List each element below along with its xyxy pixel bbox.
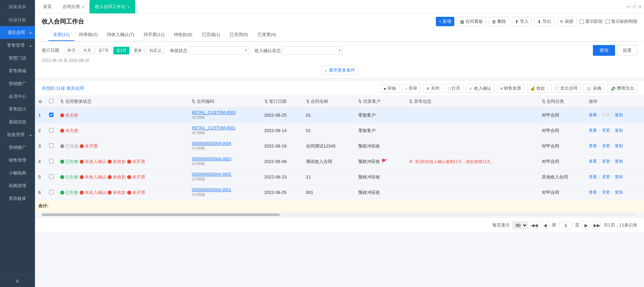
row-select-checkbox[interactable] bbox=[49, 190, 53, 194]
sub-tab-completed[interactable]: 已完成(1) bbox=[197, 29, 225, 41]
action-open-button[interactable]: □ 打开 bbox=[445, 84, 464, 93]
refresh-button[interactable]: ↻ 刷新 bbox=[557, 17, 577, 26]
date-btn-1month[interactable]: 近1月 bbox=[113, 47, 130, 54]
sort-icon[interactable]: ⇅ bbox=[306, 99, 310, 104]
tab-contract-category[interactable]: 合同分类 × bbox=[57, 0, 89, 13]
row-select-checkbox[interactable] bbox=[49, 159, 53, 163]
col-checkbox[interactable] bbox=[46, 96, 57, 108]
scroll-thumb[interactable] bbox=[42, 213, 280, 216]
last-page-button[interactable]: ▶▶ bbox=[593, 221, 601, 229]
sidebar-item-sales-mgmt[interactable]: 销售管理 bbox=[0, 154, 35, 167]
delete-button[interactable]: 🗑 删除 bbox=[489, 17, 509, 26]
sidebar-settings[interactable]: ⚙ bbox=[0, 275, 35, 287]
sort-icon[interactable]: ⇅ bbox=[542, 99, 545, 104]
row-checkbox[interactable] bbox=[46, 154, 57, 169]
new-button[interactable]: + 新增 bbox=[436, 17, 454, 26]
row-select-checkbox[interactable] bbox=[49, 174, 53, 179]
sidebar-item-project[interactable]: 项目合同 ▶ bbox=[0, 26, 35, 39]
op-view-btn[interactable]: 查看 bbox=[589, 128, 597, 133]
sidebar-item-retail-mall[interactable]: 零售商城 bbox=[0, 65, 35, 77]
op-change-btn[interactable]: 变更 bbox=[602, 159, 610, 164]
row-select-checkbox[interactable] bbox=[49, 113, 53, 117]
first-page-button[interactable]: ◀◀ bbox=[530, 221, 538, 229]
maximize-button[interactable]: □ bbox=[634, 4, 636, 9]
sidebar-item-purchase-mgmt[interactable]: 采购管理 bbox=[0, 179, 35, 192]
row-checkbox[interactable] bbox=[46, 138, 57, 154]
minimize-button[interactable]: — bbox=[627, 4, 631, 9]
row-checkbox[interactable] bbox=[46, 123, 57, 138]
contract-code-link[interactable]: RETAIL_CUSTOM-0001 bbox=[192, 126, 257, 130]
show-detail-checkbox[interactable] bbox=[605, 19, 610, 24]
col-settings-icon[interactable]: ⚙ bbox=[35, 96, 46, 108]
op-view-btn[interactable]: 查看 bbox=[589, 190, 597, 195]
row-select-checkbox[interactable] bbox=[49, 144, 53, 148]
prev-page-button[interactable]: ◀ bbox=[541, 221, 549, 229]
import-button[interactable]: ⬆ 导入 bbox=[512, 17, 532, 26]
sub-tab-changed[interactable]: 已变更(4) bbox=[253, 29, 281, 41]
sidebar-nav[interactable]: 快捷导航 bbox=[0, 14, 35, 26]
close-button[interactable]: × bbox=[639, 4, 641, 9]
tab-contract-category-close[interactable]: × bbox=[82, 0, 84, 13]
op-copy-btn[interactable]: 复制 bbox=[615, 113, 623, 117]
op-change-btn[interactable]: 变更 bbox=[602, 174, 610, 179]
doc-status-select[interactable] bbox=[189, 46, 249, 55]
contract-code-link[interactable]: RETAIL_CUSTOM-0003 bbox=[192, 110, 257, 115]
row-checkbox[interactable] bbox=[46, 169, 57, 185]
action-sales-invoice-button[interactable]: ≡ 销售发票 bbox=[497, 84, 524, 93]
page-number-input[interactable] bbox=[559, 222, 572, 229]
expand-filter-button[interactable]: ⌄ 展开更多条件 bbox=[321, 66, 358, 75]
sidebar-item-stock[interactable]: 库存核算 bbox=[0, 192, 35, 205]
op-view-btn[interactable]: 查看 bbox=[589, 144, 597, 148]
sort-icon[interactable]: ⇅ bbox=[409, 99, 413, 104]
sub-tab-pending-receipt[interactable]: 待收款(8) bbox=[169, 29, 197, 41]
date-btn-more[interactable]: 更多 bbox=[131, 47, 145, 54]
contract-code-link[interactable]: 0000000000004-0001 bbox=[192, 188, 257, 192]
sidebar-item-member[interactable]: 会员中心 bbox=[0, 90, 35, 103]
sub-tab-pending-income-confirm[interactable]: 待收入确认(7) bbox=[102, 29, 139, 41]
sort-icon[interactable]: ⇅ bbox=[358, 99, 362, 104]
sidebar-search[interactable]: 搜索菜单 bbox=[0, 0, 35, 14]
next-page-button[interactable]: ▶ bbox=[582, 221, 590, 229]
action-income-confirm-button[interactable]: ✓ 收入确认 bbox=[466, 84, 494, 93]
sidebar-item-marketing2[interactable]: 营销推广 bbox=[0, 141, 35, 154]
contract-code-link[interactable]: 0000000000004-0003 bbox=[192, 157, 257, 161]
show-segment-checkbox-label[interactable]: 显示阶段 bbox=[579, 18, 603, 25]
date-btn-custom[interactable]: 自定义 bbox=[146, 47, 164, 54]
op-copy-btn[interactable]: 复制 bbox=[615, 174, 623, 179]
sub-tab-all[interactable]: 全部(11) bbox=[48, 29, 74, 41]
op-change-btn[interactable]: 变更 bbox=[602, 190, 610, 195]
action-receipt-button[interactable]: 💰 收款 bbox=[527, 84, 548, 93]
select-all-checkbox[interactable] bbox=[49, 99, 53, 103]
sort-icon[interactable]: ⇅ bbox=[264, 99, 268, 104]
horizontal-scrollbar[interactable] bbox=[42, 213, 637, 216]
sidebar-item-retail-mgmt[interactable]: 零售管理 ▲ bbox=[0, 39, 35, 52]
op-copy-btn[interactable]: 复制 bbox=[615, 159, 623, 164]
per-page-select[interactable]: 50 bbox=[513, 221, 528, 229]
contract-code-link[interactable]: 0000000000004-0004 bbox=[192, 141, 257, 146]
op-copy-btn[interactable]: 复制 bbox=[615, 128, 623, 133]
row-checkbox[interactable] bbox=[46, 108, 57, 123]
sidebar-item-basic-info[interactable]: 基础信息 bbox=[0, 116, 35, 128]
sidebar-item-smart-store[interactable]: 智慧门店 bbox=[0, 52, 35, 65]
op-copy-btn[interactable]: 复制 bbox=[615, 144, 623, 148]
action-review-button[interactable]: ● 审核 bbox=[381, 84, 399, 93]
show-segment-checkbox[interactable] bbox=[579, 19, 584, 24]
date-btn-yesterday[interactable]: 昨天 bbox=[65, 47, 79, 54]
sub-tab-closed[interactable]: 已关闭(0) bbox=[225, 29, 253, 41]
contract-panel-button[interactable]: ▦ 合同看板 bbox=[457, 17, 486, 26]
op-view-btn[interactable]: 查看 bbox=[589, 113, 597, 117]
setting-button[interactable]: 设置 bbox=[617, 45, 637, 56]
op-change-btn[interactable]: 变更 bbox=[602, 113, 610, 117]
sidebar-item-xiaochang[interactable]: 小畅电商 bbox=[0, 167, 35, 179]
table-scroll-area[interactable]: ⚙ ⇅ 合同整体状态 ⇅ 合同编码 ⇅ 签订日期 bbox=[35, 96, 644, 212]
sub-tab-pending-review[interactable]: 待审核(2) bbox=[74, 29, 102, 41]
action-close-button[interactable]: ✕ 关闭 bbox=[423, 84, 443, 93]
tab-income-workbench[interactable]: 收入合同工作台 × bbox=[89, 0, 135, 13]
sidebar-item-marketing[interactable]: 营销推广 bbox=[0, 77, 35, 90]
sub-tab-pending-invoice[interactable]: 待开票(11) bbox=[139, 29, 169, 41]
action-purchase-button[interactable]: 🛒 采购 bbox=[583, 84, 605, 93]
sort-icon[interactable]: ⇅ bbox=[192, 99, 195, 104]
show-detail-checkbox-label[interactable]: 显示标的明细 bbox=[605, 18, 637, 25]
tab-home[interactable]: 首页 bbox=[38, 0, 57, 13]
op-view-btn[interactable]: 查看 bbox=[589, 174, 597, 179]
